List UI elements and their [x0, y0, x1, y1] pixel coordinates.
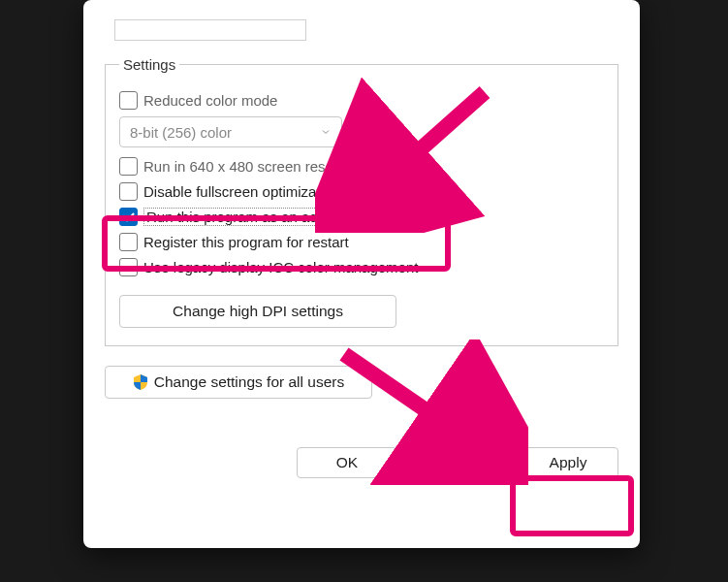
run-as-admin-row[interactable]: Run this program as an administrator [119, 208, 604, 226]
reduced-color-label: Reduced color mode [143, 92, 277, 109]
register-restart-label: Register this program for restart [143, 234, 349, 250]
disable-fullscreen-checkbox[interactable] [119, 182, 138, 201]
legacy-icc-row[interactable]: Use legacy display ICC color management [119, 258, 604, 276]
ok-label: OK [336, 454, 358, 471]
color-mode-select[interactable]: 8-bit (256) color [119, 116, 342, 147]
color-mode-value: 8-bit (256) color [130, 124, 232, 141]
reduced-color-checkbox[interactable] [119, 91, 138, 110]
run-as-admin-checkbox[interactable] [119, 208, 138, 226]
change-dpi-label: Change high DPI settings [173, 303, 343, 320]
properties-dialog: Settings Reduced color mode 8-bit (256) … [83, 0, 640, 548]
top-placeholder [114, 19, 306, 41]
settings-fieldset: Settings Reduced color mode 8-bit (256) … [105, 56, 618, 346]
change-all-users-button[interactable]: Change settings for all users [105, 366, 372, 399]
run-640-checkbox[interactable] [119, 157, 138, 176]
dialog-footer: OK Cancel Apply [105, 447, 618, 478]
run-640-label: Run in 640 x 480 screen resolution [143, 158, 368, 175]
legacy-icc-checkbox[interactable] [119, 258, 138, 276]
cancel-button[interactable]: Cancel [407, 447, 508, 478]
change-all-users-label: Change settings for all users [154, 373, 344, 391]
register-restart-checkbox[interactable] [119, 233, 138, 251]
apply-button[interactable]: Apply [518, 447, 618, 478]
disable-fullscreen-label: Disable fullscreen optimizations [143, 183, 347, 200]
disable-fullscreen-row[interactable]: Disable fullscreen optimizations [119, 182, 604, 201]
settings-legend: Settings [119, 56, 179, 73]
ok-button[interactable]: OK [297, 447, 397, 478]
reduced-color-row[interactable]: Reduced color mode [119, 91, 604, 110]
legacy-icc-label: Use legacy display ICC color management [143, 259, 418, 275]
change-dpi-button[interactable]: Change high DPI settings [119, 295, 396, 328]
run-as-admin-label: Run this program as an administrator [143, 208, 389, 226]
chevron-down-icon [320, 126, 332, 138]
cancel-label: Cancel [434, 454, 481, 471]
run-640-row[interactable]: Run in 640 x 480 screen resolution [119, 157, 604, 176]
register-restart-row[interactable]: Register this program for restart [119, 233, 604, 251]
shield-icon [133, 374, 148, 390]
apply-label: Apply [550, 454, 587, 471]
